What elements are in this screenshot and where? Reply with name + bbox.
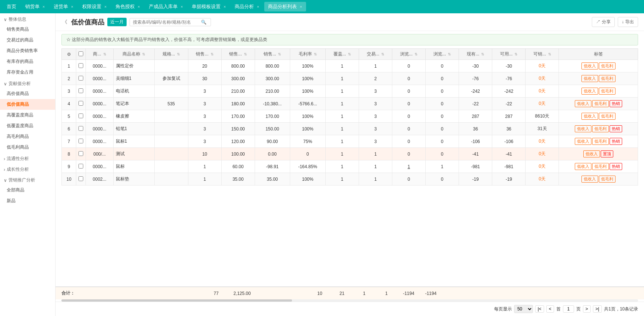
- cell-browse1[interactable]: 0: [392, 123, 426, 135]
- period-button[interactable]: 近一月: [107, 18, 127, 26]
- col-tags[interactable]: 标签: [559, 49, 638, 60]
- cell-browse1[interactable]: 0: [392, 72, 426, 85]
- nav-role[interactable]: 角色授权 ×: [112, 2, 144, 11]
- cell-checkbox[interactable]: [76, 60, 86, 72]
- row-checkbox[interactable]: [78, 76, 83, 81]
- browse1-link[interactable]: 0: [407, 139, 410, 144]
- cell-browse1[interactable]: 0: [392, 85, 426, 98]
- sidebar-item-traded-products[interactable]: 交易过的商品: [0, 35, 55, 45]
- sidebar-group-contribution[interactable]: ∨ 贡献值分析: [0, 78, 55, 88]
- cell-browse1[interactable]: 0: [392, 148, 426, 160]
- nav-role-close[interactable]: ×: [138, 4, 140, 9]
- row-checkbox[interactable]: [78, 88, 83, 93]
- row-checkbox[interactable]: [78, 151, 83, 156]
- sidebar-item-stocked-products[interactable]: 有库存的商品: [0, 56, 55, 67]
- prev-page-button[interactable]: <: [546, 305, 554, 313]
- next-page-button[interactable]: >: [583, 305, 591, 313]
- nav-permission[interactable]: 权限设置 ×: [78, 2, 110, 11]
- share-button[interactable]: ↗ 分享: [592, 17, 614, 27]
- browse1-link[interactable]: 0: [407, 101, 410, 106]
- sidebar-item-low-margin[interactable]: 低毛利商品: [0, 142, 55, 153]
- nav-sales-close[interactable]: ×: [43, 4, 45, 9]
- col-sale-qty[interactable]: 销售... ⇅: [188, 49, 221, 60]
- sidebar-group-growth[interactable]: › 成长性分析: [0, 163, 55, 174]
- browse1-link[interactable]: 0: [407, 89, 410, 94]
- sidebar-item-low-coverage[interactable]: 低覆盖度商品: [0, 120, 55, 131]
- sidebar-group-overall[interactable]: ∨ 整体信息: [0, 13, 55, 24]
- row-checkbox[interactable]: [78, 63, 83, 68]
- cell-checkbox[interactable]: [76, 85, 86, 98]
- sidebar-item-new-products[interactable]: 新品: [0, 196, 55, 206]
- export-button[interactable]: ↓ 导出: [618, 17, 638, 27]
- col-trade[interactable]: 交易... ⇅: [359, 49, 392, 60]
- nav-permission-close[interactable]: ×: [104, 4, 107, 9]
- page-input[interactable]: [563, 305, 574, 313]
- cell-checkbox[interactable]: [76, 98, 86, 110]
- cell-checkbox[interactable]: [76, 72, 86, 85]
- nav-analysis-close[interactable]: ×: [257, 4, 259, 9]
- sidebar-item-high-coverage[interactable]: 高覆盖度商品: [0, 110, 55, 120]
- nav-template-close[interactable]: ×: [224, 4, 226, 9]
- page-size-select[interactable]: 50 100 200: [514, 305, 533, 313]
- col-sellable[interactable]: 可销... ⇅: [526, 49, 559, 60]
- nav-purchase-close[interactable]: ×: [71, 4, 73, 9]
- cell-browse1[interactable]: 0: [392, 173, 426, 186]
- col-sale-price[interactable]: 销售... ⇅: [221, 49, 255, 60]
- col-margin[interactable]: 毛利率 ⇅: [290, 49, 325, 60]
- sidebar-item-high-value[interactable]: 高价值商品: [0, 88, 55, 99]
- sidebar-group-marketing[interactable]: ∨ 营销推广分析: [0, 174, 55, 185]
- nav-purchase[interactable]: 进货单 ×: [50, 2, 77, 11]
- last-page-button[interactable]: >|: [593, 305, 602, 313]
- col-browse1[interactable]: 浏览... ⇅: [392, 49, 426, 60]
- cell-browse1[interactable]: 0: [392, 98, 426, 110]
- sidebar-item-stock-capital[interactable]: 库存资金占用: [0, 67, 55, 78]
- nav-template[interactable]: 单据模板设置 ×: [188, 2, 229, 11]
- col-spec[interactable]: 规格... ⇅: [154, 49, 188, 60]
- browse1-link[interactable]: 0: [407, 126, 410, 132]
- select-all-checkbox[interactable]: [78, 51, 83, 56]
- cell-checkbox[interactable]: [76, 148, 86, 160]
- row-checkbox[interactable]: [78, 164, 83, 169]
- first-page-button[interactable]: |<: [535, 305, 544, 313]
- nav-stock-in[interactable]: 产成品入库单 ×: [145, 2, 187, 11]
- browse1-link[interactable]: 1: [407, 164, 410, 169]
- browse1-link[interactable]: 0: [407, 152, 410, 157]
- browse1-link[interactable]: 0: [407, 177, 410, 182]
- row-checkbox[interactable]: [78, 113, 83, 118]
- cell-checkbox[interactable]: [76, 110, 86, 123]
- nav-stock-in-close[interactable]: ×: [181, 4, 183, 9]
- col-code[interactable]: 商... ⇅: [86, 49, 113, 60]
- col-browse2[interactable]: 浏览... ⇅: [426, 49, 459, 60]
- col-checkbox[interactable]: [76, 49, 86, 60]
- col-name[interactable]: 商品名称 ⇅: [113, 49, 154, 60]
- cell-checkbox[interactable]: [76, 123, 86, 135]
- cell-browse1[interactable]: 0: [392, 135, 426, 148]
- nav-analysis[interactable]: 商品分析 ×: [231, 2, 263, 11]
- cell-browse1[interactable]: 0: [392, 110, 426, 123]
- cell-checkbox[interactable]: [76, 135, 86, 148]
- sidebar-item-all-products[interactable]: 全部商品: [0, 185, 55, 196]
- cell-browse1[interactable]: 0: [392, 60, 426, 72]
- sidebar-toggle-button[interactable]: 《: [61, 18, 68, 26]
- row-checkbox[interactable]: [78, 139, 83, 143]
- cell-checkbox[interactable]: [76, 160, 86, 173]
- nav-home[interactable]: 首页: [3, 2, 20, 11]
- row-checkbox[interactable]: [78, 126, 83, 131]
- sidebar-item-sales-products[interactable]: 销售类商品: [0, 24, 55, 35]
- browse1-link[interactable]: 0: [407, 114, 410, 119]
- nav-sales[interactable]: 销货单 ×: [21, 2, 48, 11]
- col-coverage[interactable]: 覆盖... ⇅: [325, 49, 359, 60]
- col-sale-amount[interactable]: 销售... ⇅: [255, 49, 290, 60]
- cell-checkbox[interactable]: [76, 173, 86, 186]
- col-settings[interactable]: ⚙: [62, 49, 76, 60]
- nav-analysis-list-close[interactable]: ×: [300, 4, 302, 9]
- nav-analysis-list[interactable]: 商品分析列表 ×: [264, 2, 306, 11]
- row-checkbox[interactable]: [78, 101, 83, 106]
- cell-browse1[interactable]: 1: [392, 160, 426, 173]
- row-checkbox[interactable]: [78, 176, 83, 181]
- sidebar-item-low-value[interactable]: 低价值商品: [0, 99, 55, 110]
- search-input[interactable]: [133, 20, 199, 25]
- col-current-stock[interactable]: 现有... ⇅: [459, 49, 492, 60]
- col-available[interactable]: 可用... ⇅: [492, 49, 526, 60]
- sidebar-item-category-rate[interactable]: 商品分类销售率: [0, 45, 55, 56]
